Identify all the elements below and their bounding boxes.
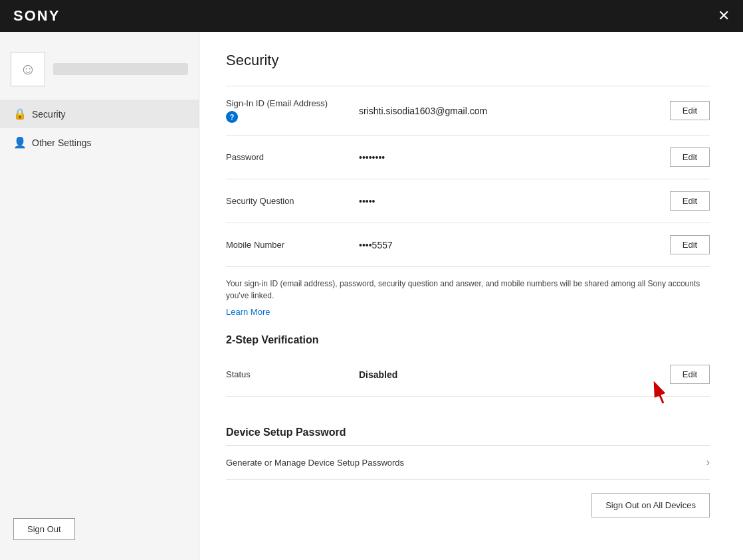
chevron-right-icon: › (706, 456, 710, 468)
page-title: Security (226, 52, 710, 69)
profile-section: ☺ (0, 39, 199, 100)
sign-out-section: Sign Out (0, 505, 199, 560)
password-label: Password (226, 152, 359, 162)
signin-id-edit-button[interactable]: Edit (670, 101, 710, 120)
mobile-number-edit-button[interactable]: Edit (670, 235, 710, 254)
security-question-label: Security Question (226, 196, 359, 206)
avatar-icon: ☺ (20, 60, 37, 78)
signin-id-label-group: Sign-In ID (Email Address) ? (226, 98, 359, 123)
help-icon[interactable]: ? (226, 111, 238, 123)
bottom-bar: Sign Out on All Devices (226, 480, 710, 524)
main-layout: ☺ 🔒 Security 👤 Other Settings Sign Out S… (0, 32, 743, 560)
content-area: Security Sign-In ID (Email Address) ? sr… (199, 32, 743, 560)
sign-out-button[interactable]: Sign Out (13, 518, 75, 540)
mobile-number-value: ••••5557 (359, 240, 670, 250)
avatar: ☺ (11, 52, 45, 86)
profile-name-placeholder (53, 63, 188, 75)
password-value: •••••••• (359, 152, 670, 163)
learn-more-link[interactable]: Learn More (226, 307, 270, 317)
device-setup-row-text: Generate or Manage Device Setup Password… (226, 458, 706, 468)
device-setup-title: Device Setup Password (226, 426, 710, 438)
notice-text: Your sign-in ID (email address), passwor… (226, 278, 710, 302)
password-edit-button[interactable]: Edit (670, 147, 710, 167)
signin-id-row: Sign-In ID (Email Address) ? srishti.sis… (226, 86, 710, 136)
topbar: SONY ✕ (0, 0, 743, 32)
sidebar-item-other-settings[interactable]: 👤 Other Settings (0, 128, 199, 157)
lock-icon: 🔒 (13, 108, 25, 120)
sidebar-item-security[interactable]: 🔒 Security (0, 100, 199, 128)
two-step-status-label: Status (226, 369, 359, 379)
sidebar-nav: 🔒 Security 👤 Other Settings (0, 100, 199, 505)
mobile-number-row: Mobile Number ••••5557 Edit (226, 223, 710, 267)
svg-line-1 (655, 385, 663, 403)
person-icon: 👤 (13, 136, 25, 149)
mobile-number-label: Mobile Number (226, 240, 359, 250)
signin-id-label: Sign-In ID (Email Address) (226, 98, 359, 108)
password-row: Password •••••••• Edit (226, 136, 710, 179)
red-arrow-svg (610, 377, 690, 410)
device-setup-row[interactable]: Generate or Manage Device Setup Password… (226, 445, 710, 480)
security-question-row: Security Question ••••• Edit (226, 179, 710, 223)
arrow-annotation (226, 390, 710, 410)
security-question-edit-button[interactable]: Edit (670, 191, 710, 211)
signin-id-value: srishti.sisodia1603@gmail.com (359, 106, 670, 116)
sign-out-all-button[interactable]: Sign Out on All Devices (591, 493, 710, 517)
two-step-title: 2-Step Verification (226, 334, 710, 346)
sony-logo: SONY (13, 7, 60, 25)
sidebar: ☺ 🔒 Security 👤 Other Settings Sign Out (0, 32, 199, 560)
close-button[interactable]: ✕ (718, 9, 730, 23)
security-question-value: ••••• (359, 196, 670, 207)
sidebar-item-other-settings-label: Other Settings (32, 138, 92, 148)
sidebar-item-security-label: Security (32, 109, 66, 120)
